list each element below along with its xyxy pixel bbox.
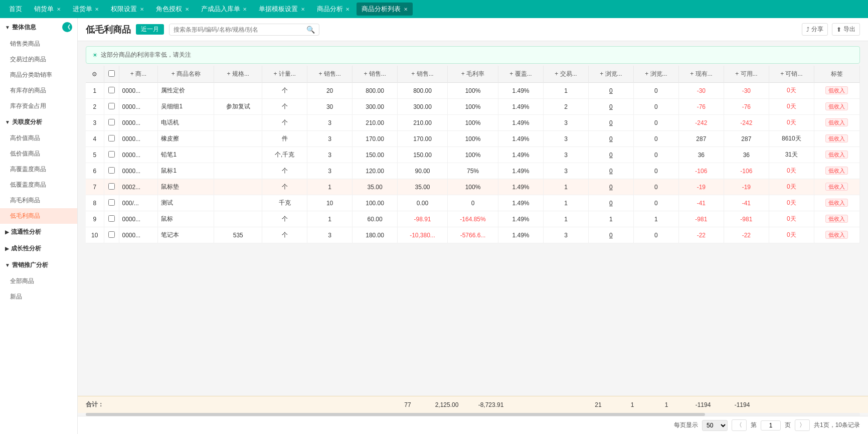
nav-permission-close[interactable]: ✕ (140, 7, 144, 12)
row-checkbox[interactable] (104, 131, 119, 147)
col-saleable[interactable]: + 可销... (769, 66, 814, 83)
arrow-marketing: ▼ (5, 262, 10, 268)
row-select-checkbox[interactable] (108, 103, 115, 109)
row-unit: 件 (262, 131, 307, 147)
footer-current: -1194 (685, 401, 721, 408)
col-sales-price[interactable]: + 销售... (353, 66, 398, 83)
nav-product-entry[interactable]: 产成品入库单 ✕ (196, 3, 252, 16)
nav-analysis[interactable]: 商品分析 ✕ (312, 3, 355, 16)
export-button[interactable]: ⬆ 导出 (832, 23, 860, 36)
row-select-checkbox[interactable] (108, 119, 115, 125)
row-select-checkbox[interactable] (108, 215, 115, 222)
nav-template[interactable]: 单据模板设置 ✕ (254, 3, 310, 16)
col-code[interactable]: + 商... (119, 66, 158, 83)
nav-template-close[interactable]: ✕ (301, 7, 305, 12)
col-available[interactable]: + 可用... (724, 66, 769, 83)
next-page-btn[interactable]: 〉 (795, 419, 810, 431)
nav-analysis-list-close[interactable]: ✕ (404, 7, 408, 12)
search-icon[interactable]: 🔍 (306, 26, 315, 34)
nav-role[interactable]: 角色授权 ✕ (151, 3, 194, 16)
col-sales-amount[interactable]: + 销售... (398, 66, 448, 83)
col-unit[interactable]: + 计量... (262, 66, 307, 83)
row-checkbox[interactable] (104, 147, 119, 163)
nav-sales-close[interactable]: ✕ (57, 7, 61, 12)
sidebar-item-high-coverage[interactable]: 高覆盖度商品 (0, 162, 77, 177)
sidebar-item-all-goods[interactable]: 全部商品 (0, 273, 77, 289)
col-current[interactable]: + 现有... (678, 66, 724, 83)
row-checkbox[interactable] (104, 179, 119, 195)
sidebar-item-sales-goods[interactable]: 销售类商品 (0, 36, 77, 52)
sidebar-item-stock-fund[interactable]: 库存资金占用 (0, 98, 77, 114)
row-coverage: 1.49% (498, 83, 544, 99)
select-all-checkbox[interactable] (108, 70, 115, 77)
sidebar-collapse-btn[interactable]: 《 (62, 22, 72, 32)
search-input[interactable] (173, 26, 306, 33)
sidebar-section-growth[interactable]: ▶ 成长性分析 (0, 240, 77, 257)
sidebar-item-high-margin[interactable]: 高毛利商品 (0, 193, 77, 208)
page-input[interactable] (761, 420, 781, 430)
col-gross-margin[interactable]: + 毛利率 (448, 66, 498, 83)
sidebar-item-traded-goods[interactable]: 交易过的商品 (0, 52, 77, 67)
row-gross-margin: 100% (448, 99, 498, 115)
row-select-checkbox[interactable] (108, 199, 115, 206)
sidebar-item-low-value[interactable]: 低价值商品 (0, 146, 77, 162)
col-spec[interactable]: + 规格... (214, 66, 262, 83)
prev-page-btn[interactable]: 〈 (732, 419, 747, 431)
nav-purchase-close[interactable]: ✕ (95, 7, 99, 12)
row-browse1: 0 (588, 163, 633, 179)
nav-sales[interactable]: 销货单 ✕ (29, 3, 66, 16)
row-checkbox[interactable] (104, 163, 119, 179)
col-checkbox[interactable] (104, 66, 119, 83)
row-checkbox[interactable] (104, 115, 119, 131)
nav-role-close[interactable]: ✕ (185, 7, 189, 12)
row-select-checkbox[interactable] (108, 231, 115, 238)
nav-analysis-list[interactable]: 商品分析列表 ✕ (357, 3, 413, 16)
nav-product-entry-close[interactable]: ✕ (243, 7, 247, 12)
sidebar-item-new-goods[interactable]: 新品 (0, 289, 77, 305)
col-sales-qty[interactable]: + 销售... (307, 66, 353, 83)
sidebar-section-correlation[interactable]: ▼ 关联度分析 (0, 114, 77, 130)
row-checkbox[interactable] (104, 195, 119, 211)
nav-permission[interactable]: 权限设置 ✕ (106, 3, 149, 16)
row-saleable: 0天 (769, 227, 814, 243)
sidebar-section-overall[interactable]: ▼ 整体信息 《 (0, 18, 77, 36)
period-tag[interactable]: 近一月 (136, 24, 164, 35)
row-checkbox[interactable] (104, 83, 119, 99)
row-tag: 低收入 (814, 163, 859, 179)
share-button[interactable]: ⤴ 分享 (802, 23, 828, 36)
per-page-select[interactable]: 50 100 200 (702, 420, 728, 431)
row-select-checkbox[interactable] (108, 183, 115, 190)
tag-badge: 低收入 (825, 102, 848, 110)
sidebar-item-low-margin[interactable]: 低毛利商品 (0, 208, 77, 224)
row-checkbox[interactable] (104, 227, 119, 243)
row-tag: 低收入 (814, 99, 859, 115)
sidebar-item-category-rate[interactable]: 商品分类助销率 (0, 67, 77, 83)
row-sales-qty: 3 (307, 131, 353, 147)
sidebar-section-marketing[interactable]: ▼ 营销推广分析 (0, 257, 77, 273)
col-browse2[interactable]: + 浏览... (633, 66, 678, 83)
nav-purchase[interactable]: 进货单 ✕ (68, 3, 104, 16)
nav-analysis-close[interactable]: ✕ (345, 7, 350, 12)
sidebar-item-stock-goods[interactable]: 有库存的商品 (0, 83, 77, 98)
col-coverage[interactable]: + 覆盖... (498, 66, 544, 83)
row-checkbox[interactable] (104, 211, 119, 227)
sidebar-item-low-coverage[interactable]: 低覆盖度商品 (0, 177, 77, 193)
col-tag[interactable]: 标签 (814, 66, 859, 83)
col-browse1[interactable]: + 浏览... (588, 66, 633, 83)
row-available: -30 (724, 83, 769, 99)
sidebar-section-flow[interactable]: ▶ 流通性分析 (0, 224, 77, 240)
sidebar-item-high-value[interactable]: 高价值商品 (0, 130, 77, 146)
arrow-flow: ▶ (5, 229, 9, 235)
table-container[interactable]: ⚙ + 商... + 商品名称 + 规格... + 计量... + 销售... … (86, 66, 860, 396)
row-select-checkbox[interactable] (108, 87, 115, 93)
row-checkbox[interactable] (104, 99, 119, 115)
total-info: 共1页，10条记录 (814, 421, 860, 429)
nav-home[interactable]: 首页 (4, 3, 27, 16)
col-settings[interactable]: ⚙ (86, 66, 104, 83)
row-select-checkbox[interactable] (108, 167, 115, 174)
col-name[interactable]: + 商品名称 (158, 66, 214, 83)
row-select-checkbox[interactable] (108, 135, 115, 141)
row-code: 0000... (119, 99, 158, 115)
row-select-checkbox[interactable] (108, 151, 115, 158)
col-transaction[interactable]: + 交易... (543, 66, 588, 83)
